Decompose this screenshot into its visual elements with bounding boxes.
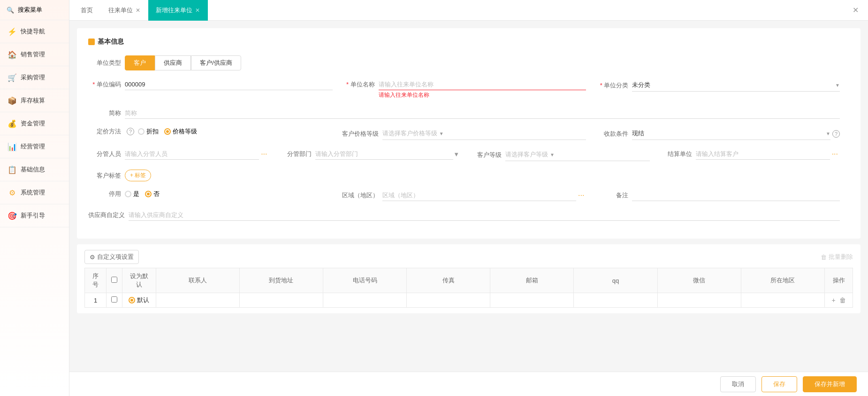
guide-icon: 🎯 bbox=[8, 211, 17, 220]
manager-row: 分管人员 ··· 分管部门 ▼ 客户等级 请选择客户等级 ▼ bbox=[88, 148, 849, 161]
custom-settings-button[interactable]: ⚙ 自定义项设置 bbox=[84, 250, 139, 264]
payment-terms-chevron: ▼ bbox=[826, 131, 830, 136]
batch-delete-label: 批量删除 bbox=[829, 253, 853, 261]
col-phone: 电话号码 bbox=[323, 268, 406, 293]
pricing-radio-level[interactable]: 价格等级 bbox=[164, 127, 197, 136]
row-region-input[interactable] bbox=[746, 297, 820, 304]
department-input[interactable] bbox=[315, 148, 454, 160]
email-input[interactable] bbox=[495, 297, 569, 304]
pricing-discount-label: 折扣 bbox=[146, 127, 159, 136]
sidebar-item-finance[interactable]: 💰 资金管理 bbox=[0, 112, 69, 135]
row-wechat[interactable] bbox=[657, 293, 741, 308]
settlement-more-btn[interactable]: ··· bbox=[830, 150, 840, 158]
cancel-button[interactable]: 取消 bbox=[720, 376, 756, 392]
select-all-checkbox[interactable] bbox=[111, 277, 117, 283]
sidebar-item-basic[interactable]: 📋 基础信息 bbox=[0, 158, 69, 181]
supplier-custom-label: 供应商自定义 bbox=[88, 211, 125, 219]
settlement-input[interactable] bbox=[696, 148, 830, 160]
type-btn-supplier[interactable]: 供应商 bbox=[155, 55, 191, 70]
unit-type-group: 客户 供应商 客户/供应商 bbox=[125, 55, 241, 70]
fax-input[interactable] bbox=[411, 297, 485, 304]
sidebar-item-purchase[interactable]: 🛒 采购管理 bbox=[0, 66, 69, 89]
tab-partners[interactable]: 往来单位 ✕ bbox=[101, 0, 148, 21]
basic-info-card: 基本信息 单位类型 客户 供应商 客户/供应商 单位编码 bbox=[77, 28, 860, 239]
row-action: + 🗑 bbox=[825, 293, 853, 308]
sidebar-item-guide[interactable]: 🎯 新手引导 bbox=[0, 204, 69, 227]
department-chevron: ▼ bbox=[453, 151, 459, 158]
supplier-custom-field: 供应商自定义 bbox=[88, 210, 840, 221]
customer-level-placeholder: 请选择客户等级 bbox=[505, 150, 548, 159]
row-qq[interactable] bbox=[574, 293, 657, 308]
phone-input[interactable] bbox=[328, 297, 402, 304]
custom-settings-label: 自定义项设置 bbox=[97, 253, 134, 261]
sidebar-quicknav-label: 快捷导航 bbox=[21, 27, 45, 36]
customer-price-level-select[interactable]: 请选择客户价格等级 ▼ bbox=[382, 127, 586, 140]
row-phone[interactable] bbox=[323, 293, 406, 308]
tab-new-partner-close[interactable]: ✕ bbox=[195, 7, 200, 14]
contacts-table-section: ⚙ 自定义项设置 🗑 批量删除 序号 设为默认 联系人 到货地址 电话 bbox=[77, 244, 860, 313]
disabled-yes[interactable]: 是 bbox=[125, 190, 139, 198]
remarks-input[interactable] bbox=[632, 190, 840, 201]
tab-partners-close[interactable]: ✕ bbox=[136, 7, 140, 14]
payment-help-icon[interactable]: ? bbox=[832, 130, 840, 138]
customer-tag-label: 客户标签 bbox=[88, 171, 121, 180]
col-action: 操作 bbox=[825, 268, 853, 293]
window-close-button[interactable]: ✕ bbox=[847, 6, 864, 15]
qq-input[interactable] bbox=[579, 297, 652, 304]
row-email[interactable] bbox=[490, 293, 574, 308]
pricing-help-icon[interactable]: ? bbox=[127, 128, 134, 135]
row-fax[interactable] bbox=[407, 293, 490, 308]
delete-row-icon[interactable]: 🗑 bbox=[839, 296, 846, 304]
contact-input[interactable] bbox=[161, 297, 235, 304]
col-default: 设为默认 bbox=[122, 268, 156, 293]
payment-terms-select[interactable]: 现结 ▼ bbox=[632, 127, 830, 140]
disabled-field: 停用 是 否 bbox=[88, 190, 333, 198]
row-default-radio[interactable]: 默认 bbox=[127, 296, 151, 304]
region-more-btn[interactable]: ··· bbox=[576, 191, 586, 200]
shortname-row: 简称 bbox=[88, 108, 849, 119]
save-new-button[interactable]: 保存并新增 bbox=[803, 376, 857, 392]
batch-delete-button[interactable]: 🗑 批量删除 bbox=[821, 253, 853, 261]
unit-name-input[interactable] bbox=[379, 79, 586, 90]
pricing-method-field: 定价方法 ? 折扣 价格等级 bbox=[88, 127, 333, 136]
main-area: 首页 往来单位 ✕ 新增往来单位 ✕ ✕ 基本信息 单位类型 客户 供应商 客户 bbox=[69, 0, 868, 396]
save-button[interactable]: 保存 bbox=[761, 376, 797, 392]
pricing-method-label: 定价方法 bbox=[88, 127, 121, 136]
add-tag-button[interactable]: + 标签 bbox=[125, 170, 151, 181]
disabled-label: 停用 bbox=[88, 190, 121, 198]
type-btn-customer[interactable]: 客户 bbox=[125, 55, 155, 70]
search-icon: 🔍 bbox=[7, 7, 14, 14]
sidebar-item-search[interactable]: 🔍 搜索菜单 bbox=[0, 0, 69, 20]
unit-category-select[interactable]: 未分类 ▼ bbox=[632, 79, 840, 92]
row-region[interactable] bbox=[741, 293, 824, 308]
row-checkbox-1[interactable] bbox=[111, 296, 117, 303]
row-seq: 1 bbox=[85, 293, 107, 308]
manager-input[interactable] bbox=[125, 148, 259, 160]
row-address[interactable] bbox=[239, 293, 323, 308]
col-checkbox bbox=[107, 268, 122, 293]
customer-level-select[interactable]: 请选择客户等级 ▼ bbox=[505, 148, 650, 161]
address-input[interactable] bbox=[244, 297, 318, 304]
remarks-field: 备注 bbox=[595, 190, 840, 201]
manager-more-btn[interactable]: ··· bbox=[259, 150, 269, 158]
pricing-radio-discount[interactable]: 折扣 bbox=[138, 127, 159, 136]
unit-code-input[interactable] bbox=[125, 79, 333, 90]
row-contact[interactable] bbox=[156, 293, 239, 308]
disabled-row: 停用 是 否 区域（地区） ··· bbox=[88, 190, 849, 201]
supplier-custom-input[interactable] bbox=[129, 210, 840, 221]
tab-new-partner[interactable]: 新增往来单位 ✕ bbox=[148, 0, 208, 21]
short-name-input[interactable] bbox=[125, 108, 840, 119]
sidebar-item-operations[interactable]: 📊 经营管理 bbox=[0, 135, 69, 158]
sidebar-item-inventory[interactable]: 📦 库存核算 bbox=[0, 89, 69, 112]
add-row-icon[interactable]: + bbox=[831, 296, 835, 304]
unit-category-chevron: ▼ bbox=[835, 83, 840, 88]
sidebar-item-quicknav[interactable]: ⚡ 快捷导航 bbox=[0, 20, 69, 43]
sidebar-item-sales[interactable]: 🏠 销售管理 bbox=[0, 43, 69, 66]
tab-home[interactable]: 首页 bbox=[73, 0, 101, 21]
sidebar-item-system[interactable]: ⚙ 系统管理 bbox=[0, 181, 69, 204]
inventory-icon: 📦 bbox=[8, 96, 17, 105]
disabled-no[interactable]: 否 bbox=[145, 190, 160, 198]
wechat-input[interactable] bbox=[662, 297, 736, 304]
type-btn-both[interactable]: 客户/供应商 bbox=[191, 55, 241, 70]
region-input[interactable] bbox=[382, 190, 576, 201]
